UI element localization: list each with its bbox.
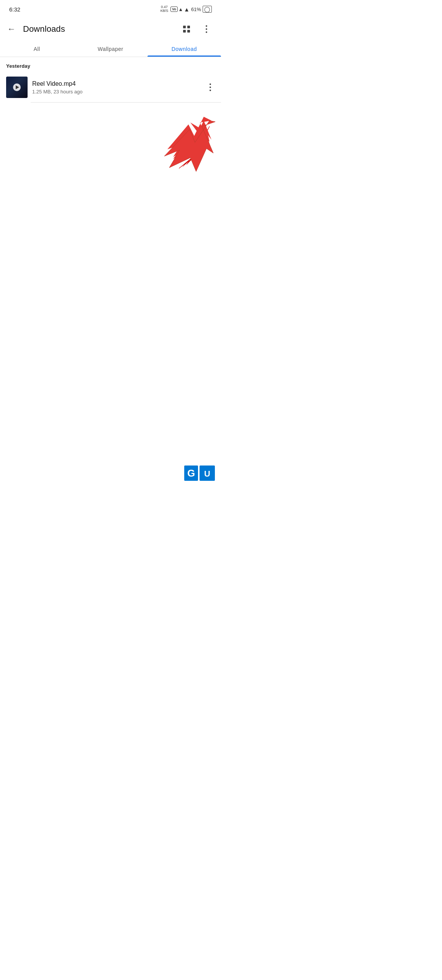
app-bar: ← Downloads (0, 17, 221, 41)
file-more-icon (210, 83, 211, 91)
svg-rect-1 (187, 26, 190, 28)
red-arrow-clean (164, 115, 217, 176)
play-triangle-icon (16, 85, 19, 89)
watermark: G U (184, 466, 215, 481)
back-arrow-icon: ← (7, 24, 16, 34)
svg-marker-9 (164, 121, 215, 172)
tab-all[interactable]: All (0, 41, 74, 57)
svg-marker-7 (167, 117, 211, 163)
app-bar-right (178, 21, 215, 38)
tab-download[interactable]: Download (147, 41, 221, 57)
tabs-container: All Wallpaper Download (0, 41, 221, 57)
play-icon (13, 83, 21, 91)
file-more-options-button[interactable] (203, 80, 218, 95)
speed-indicator: 0.47 KB/S (160, 5, 169, 13)
signal-icon: ▲ (184, 6, 190, 13)
file-name: Reel Video.mp4 (32, 80, 198, 87)
status-time: 6:32 (9, 6, 20, 13)
page-title: Downloads (23, 24, 65, 34)
three-dot-icon (206, 25, 207, 33)
svg-marker-4 (179, 126, 210, 168)
svg-text:U: U (204, 469, 210, 479)
back-button[interactable]: ← (3, 21, 20, 38)
app-bar-left: ← Downloads (3, 21, 65, 38)
status-icons: 0.47 KB/S Vo ▴ ▲ 61% ◯ (160, 5, 212, 13)
watermark-logo: G U (184, 466, 215, 481)
svg-rect-2 (183, 30, 186, 33)
grid-view-button[interactable] (178, 21, 195, 38)
section-header-yesterday: Yesterday (0, 57, 221, 72)
svg-rect-0 (183, 26, 186, 28)
battery-icon: ◯ (203, 6, 212, 13)
svg-marker-5 (190, 121, 211, 149)
svg-text:G: G (187, 467, 195, 479)
battery-indicator: 61% (191, 7, 201, 12)
wifi-icon: ▴ (179, 6, 182, 13)
file-info: Reel Video.mp4 1.25 MB, 23 hours ago (28, 80, 203, 95)
tab-wallpaper[interactable]: Wallpaper (74, 41, 147, 57)
svg-rect-3 (187, 30, 190, 33)
arrow-annotation (167, 119, 213, 168)
grid-icon (182, 24, 191, 34)
file-item[interactable]: Reel Video.mp4 1.25 MB, 23 hours ago (0, 72, 221, 103)
file-thumbnail (6, 77, 28, 98)
svg-marker-6 (173, 124, 210, 165)
status-bar: 6:32 0.47 KB/S Vo ▴ ▲ 61% ◯ (0, 0, 221, 17)
network-type-icon: Vo (170, 7, 178, 12)
red-arrow-annotation (165, 113, 215, 170)
file-meta: 1.25 MB, 23 hours ago (32, 89, 198, 95)
overflow-menu-button[interactable] (198, 21, 215, 38)
